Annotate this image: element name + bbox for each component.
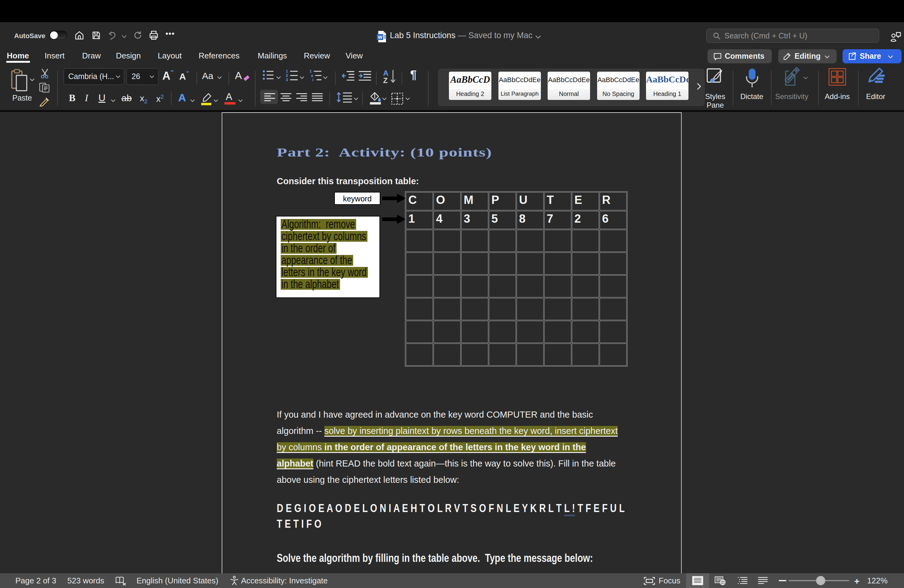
svg-text:W: W [378,35,382,40]
svg-text:a: a [311,74,313,78]
svg-text:1: 1 [286,69,288,74]
svg-text:2: 2 [286,74,288,78]
svg-text:i: i [312,78,313,81]
svg-text:3: 3 [286,78,288,81]
svg-text:1: 1 [310,69,312,74]
